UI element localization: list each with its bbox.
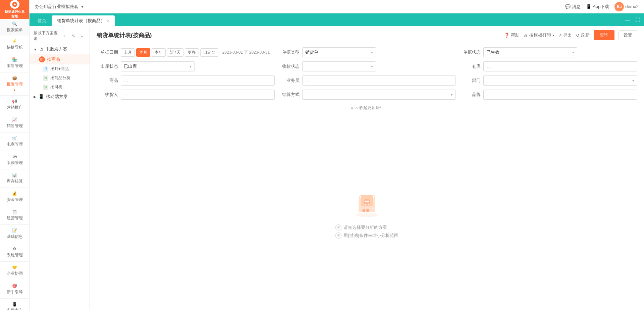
warehouse-input[interactable]: … <box>483 61 637 71</box>
brand-input[interactable]: … <box>483 90 637 100</box>
product-label: 商品 <box>97 78 121 84</box>
tab-minimize-btn[interactable]: — <box>624 16 631 23</box>
pc-group-icon: 🖥 <box>39 47 44 52</box>
sidebar-item-new-guide[interactable]: 🎯 新手引导 <box>0 280 29 299</box>
date-custom-btn[interactable]: 自定义 <box>200 48 218 57</box>
sidebar-item-finance[interactable]: 💰 资金管理 <box>0 188 29 206</box>
out-status-value: 已出库 <box>124 63 137 69</box>
brand-cell: 品牌 … <box>459 90 637 100</box>
date-this-month-btn[interactable]: 本月 <box>136 48 150 57</box>
sidebar-item-enterprise-collab[interactable]: 🤝 企业协同 <box>0 262 29 280</box>
tab-active[interactable]: 销货单统计表（按商品） × <box>52 15 115 26</box>
tip1-num: ① <box>335 224 341 230</box>
left-panel-header: 按以下方案查询 + ✎ « <box>30 29 90 43</box>
ecommerce-icon: 🛒 <box>12 136 17 141</box>
header-actions: 💬 消息 📱 App下载 Ea demo2 <box>565 2 639 11</box>
query-button[interactable]: 查询 <box>594 30 614 40</box>
sidebar-item-marketing[interactable]: 📢 营销推广 <box>0 96 29 114</box>
mobile-group-icon: 📱 <box>38 94 44 99</box>
collapse-filter-btn[interactable]: ∧ ∧ 收起更多条件 <box>97 102 637 111</box>
date-last-month-btn[interactable]: 上月 <box>121 48 135 57</box>
scheme-item-by-category[interactable]: 按 按商品分类 <box>30 73 90 83</box>
payment-status-select[interactable]: ▾ <box>302 61 376 71</box>
salesperson-label: 业务员 <box>278 78 302 84</box>
pc-group-header[interactable]: ▼ 🖥 电脑端方案 <box>30 44 90 54</box>
department-select[interactable]: ▾ <box>483 75 637 86</box>
help-icon: ❓ <box>504 33 509 38</box>
dropdown-arrow[interactable]: ▾ <box>81 4 84 9</box>
sidebar-item-purchase[interactable]: 🛍 采购管理 <box>0 151 29 169</box>
date-last7-btn[interactable]: 近7天 <box>167 48 183 57</box>
refresh-btn[interactable]: ↺ 刷新 <box>576 32 590 38</box>
app-download-label: App下载 <box>593 4 609 10</box>
help-btn[interactable]: ❓ 帮助 <box>504 32 520 38</box>
department-label: 部门 <box>459 78 483 84</box>
page-title-actions: ❓ 帮助 🖨 按模板打印 ▾ ↗ 导出 ↺ 刷新 <box>504 30 637 40</box>
tab-home[interactable]: 首页 <box>32 15 52 26</box>
sidebar-label: 快捷导航 <box>7 45 23 50</box>
product-input[interactable]: … <box>121 75 275 86</box>
scheme-label-by-product: 按商品 <box>47 56 60 62</box>
app-logo: 畅捷通好生意 标版 <box>0 0 30 19</box>
scheme-item-by-printer[interactable]: 按 按司机 <box>30 83 90 92</box>
user-profile[interactable]: Ea demo2 <box>614 2 639 11</box>
doc-status-cell: 单据状态 已生效 ▾ <box>459 47 637 57</box>
sidebar-item-quick-nav[interactable]: ⚡ 快捷导航 <box>0 36 29 54</box>
mobile-group-arrow: ▶ <box>34 95 36 99</box>
date-this-year-btn[interactable]: 本年 <box>152 48 166 57</box>
sidebar-label: 批发管理 <box>7 82 23 87</box>
expand-icon: ▲ <box>13 88 16 92</box>
add-scheme-btn[interactable]: + <box>61 33 68 39</box>
scheme-item-by-product[interactable]: 按 按商品 <box>30 54 90 64</box>
sidebar-item-app-center[interactable]: 📱 应用中心 <box>0 299 29 310</box>
scheme-sub-icon-printer: 按 <box>43 85 48 90</box>
sidebar-item-retail[interactable]: 🏪 零售管理 <box>0 54 29 72</box>
filter-area: 单据日期 上月 本月 本年 近7天 更多 自定义 2023-03-01 至 20… <box>90 43 644 115</box>
tab-close-btn[interactable]: × <box>107 19 109 23</box>
salesperson-cell: 业务员 … <box>278 75 456 86</box>
svg-point-5 <box>365 200 367 202</box>
avatar: Ea <box>614 2 624 11</box>
salesperson-input[interactable]: … <box>302 75 456 86</box>
collapse-panel-btn[interactable]: « <box>79 33 86 39</box>
date-filter-cell: 单据日期 上月 本月 本年 近7天 更多 自定义 2023-03-01 至 20… <box>97 48 275 57</box>
sidebar-item-basic[interactable]: 📝 基础信息 <box>0 225 29 243</box>
doc-type-select-wrap: 销货单 ▾ <box>302 47 376 57</box>
settlement-cell: 结算方式 ▾ <box>278 90 456 100</box>
svg-point-6 <box>367 200 369 202</box>
sidebar-item-operations[interactable]: 📋 经营管理 <box>0 206 29 225</box>
doc-type-select[interactable]: 销货单 ▾ <box>302 47 376 57</box>
scheme-item-by-month-product[interactable]: 月 按月+商品 <box>30 64 90 73</box>
out-status-select[interactable]: 已出库 ▾ <box>121 61 195 71</box>
date-more-btn[interactable]: 更多 <box>185 48 199 57</box>
sales-icon: 📈 <box>12 117 17 122</box>
doc-status-select[interactable]: 已生效 ▾ <box>483 47 577 57</box>
tab-maximize-btn[interactable]: ⛶ <box>634 16 641 23</box>
sidebar-item-sales[interactable]: 📈 销售管理 <box>0 114 29 133</box>
sidebar-item-ecommerce[interactable]: 🛒 电商管理 <box>0 133 29 151</box>
sidebar-item-system[interactable]: ⚙ 系统管理 <box>0 243 29 262</box>
pc-group-label: 电脑端方案 <box>46 46 67 52</box>
message-btn[interactable]: 💬 消息 <box>565 4 581 10</box>
doc-type-value: 销货单 <box>305 49 318 55</box>
out-status-cell: 出库状态 已出库 ▾ <box>97 61 275 71</box>
export-btn[interactable]: ↗ 导出 <box>558 32 572 38</box>
sidebar-label: 新手引导 <box>7 289 23 295</box>
warehouse-dots: … <box>486 64 491 69</box>
sidebar-item-inventory[interactable]: 📊 库存核算 <box>0 169 29 188</box>
mobile-group-header[interactable]: ▶ 📱 移动端方案 <box>30 92 90 102</box>
sidebar-item-wholesale[interactable]: 📦 批发管理 ▲ <box>0 72 29 96</box>
sidebar: 畅捷通好生意 标版 🔍 搜索菜单 ⚡ 快捷导航 🏪 零售管理 📦 批发管理 ▲ … <box>0 0 30 310</box>
settings-button[interactable]: 设置 <box>619 30 637 40</box>
export-label: 导出 <box>563 32 572 38</box>
svg-point-4 <box>364 199 370 205</box>
app-download-btn[interactable]: 📱 App下载 <box>586 4 609 10</box>
receiver-input[interactable]: … <box>121 90 275 100</box>
receiver-dots: … <box>124 92 128 97</box>
main-wrap: 办公用品行业模拟账套 ▾ 💬 消息 📱 App下载 Ea demo2 首页 销货… <box>30 0 644 310</box>
print-btn[interactable]: 🖨 按模板打印 ▾ <box>524 32 554 38</box>
edit-scheme-btn[interactable]: ✎ <box>70 33 77 39</box>
sidebar-item-search-menu[interactable]: 🔍 搜索菜单 <box>0 19 29 36</box>
settlement-select[interactable]: ▾ <box>302 90 456 100</box>
sidebar-label: 电商管理 <box>7 142 23 147</box>
